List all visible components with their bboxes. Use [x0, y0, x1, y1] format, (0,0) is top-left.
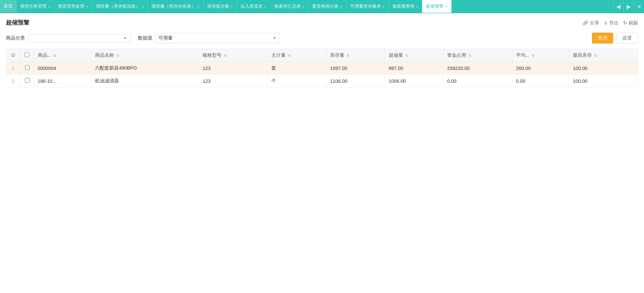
row-spec: 123 — [199, 62, 268, 75]
nav-tab-task-mgmt-close[interactable]: × — [48, 4, 50, 9]
col-max-stock-label: 最高库存 — [573, 52, 592, 58]
row-product-name: 机油滤清器 — [91, 75, 199, 88]
table-settings-gear-icon[interactable]: ⚙ — [11, 52, 15, 58]
row-overstock-qty: 1006.00 — [385, 75, 443, 88]
nav-tab-inventory-status[interactable]: 现存量（库存状况表） × — [92, 0, 148, 13]
row-overstock-qty: 997.00 — [385, 62, 443, 75]
col-stock-qty-label: 库存量 — [330, 52, 344, 58]
top-navigation: 首页 拣货任务管理 × 拣货异常处理 × 现存量（库存状况表） × 现存量（库存… — [0, 0, 644, 13]
category-filter: 商品分类 ▼ — [6, 34, 131, 42]
nav-tab-abnormal[interactable]: 拣货异常处理 × — [54, 0, 92, 13]
nav-tab-avail-account-label: 可用量库存账本 — [350, 3, 381, 10]
filter-row: 商品分类 ▼ 数据源 可用量 ▼ 查询 设置 — [6, 33, 638, 44]
nav-tab-batch-account-close[interactable]: × — [231, 4, 233, 9]
table-header-row: ⚙ 商品... ⇅ 商品名称 ⇅ 规格型号 ⇅ 主计量 — [6, 49, 638, 62]
row-stock-qty: 1106.00 — [326, 75, 385, 88]
row-checkbox-cell[interactable] — [21, 62, 34, 75]
nav-tab-collect-summary-close[interactable]: × — [302, 4, 304, 9]
action-buttons: 查询 设置 — [592, 33, 638, 44]
category-select[interactable]: ▼ — [28, 34, 131, 42]
row-checkbox[interactable] — [25, 78, 30, 83]
nav-tab-task-mgmt[interactable]: 拣货任务管理 × — [17, 0, 54, 13]
table-row: 2 186-10... 机油滤清器 123 个 1106.00 1006.00 … — [6, 75, 638, 88]
nav-tab-inventory-dist-close[interactable]: × — [197, 4, 199, 9]
nav-tab-avail-account-close[interactable]: × — [383, 4, 385, 9]
col-avg[interactable]: 平均... ⇅ — [512, 49, 569, 62]
datasource-select-value: 可用量 — [158, 35, 173, 41]
share-button[interactable]: 🔗 分享 — [582, 20, 599, 26]
nav-arrows-container: ◀ ▶ ✕ — [613, 0, 644, 13]
row-stock-qty: 1097.00 — [326, 62, 385, 75]
nav-tab-overstock[interactable]: 超储预警 × — [422, 0, 451, 13]
col-checkbox-header[interactable] — [21, 49, 34, 62]
col-stock-qty-sort-icon: ⇅ — [347, 53, 350, 58]
refresh-button[interactable]: ↻ 刷新 — [623, 20, 638, 26]
nav-tab-in-out-flow-close[interactable]: × — [264, 4, 266, 9]
nav-tab-quality-check-close[interactable]: × — [416, 4, 418, 9]
nav-tab-abnormal-label: 拣货异常处理 — [58, 3, 84, 10]
nav-tab-inventory-status-close[interactable]: × — [142, 4, 144, 9]
nav-tab-abnormal-close[interactable]: × — [86, 4, 88, 9]
page-header: 超储预警 🔗 分享 ⇓ 导出 ↻ 刷新 — [6, 19, 638, 27]
row-product-code: 0000004 — [34, 62, 91, 75]
col-capital-usage[interactable]: 资金占用 ⇅ — [443, 49, 512, 62]
nav-tab-batch-account-label: 库存批次账 — [207, 3, 229, 10]
nav-tab-order-stats[interactable]: 要货单统计表 × — [308, 0, 346, 13]
col-unit-label: 主计量 — [271, 52, 286, 58]
row-unit: 个 — [268, 75, 326, 88]
nav-tab-avail-account[interactable]: 可用量库存账本 × — [347, 0, 389, 13]
col-capital-usage-sort-icon: ⇅ — [468, 53, 471, 58]
nav-tab-batch-account[interactable]: 库存批次账 × — [204, 0, 237, 13]
category-label: 商品分类 — [6, 35, 25, 41]
nav-tab-inventory-dist[interactable]: 现存量（库存分布表） × — [148, 0, 203, 13]
nav-tab-overstock-label: 超储预警 — [426, 3, 443, 10]
row-capital-usage: 259220.00 — [443, 62, 512, 75]
row-capital-usage: 0.00 — [443, 75, 512, 88]
nav-tab-order-stats-close[interactable]: × — [340, 4, 342, 9]
col-max-stock[interactable]: 最高库存 ⇅ — [569, 49, 638, 62]
col-gear[interactable]: ⚙ — [6, 49, 21, 62]
nav-arrow-right[interactable]: ▶ — [623, 0, 634, 13]
row-product-code: 186-10... — [34, 75, 91, 88]
nav-arrow-close[interactable]: ✕ — [634, 0, 644, 13]
datasource-filter: 数据源 可用量 ▼ — [138, 33, 280, 43]
share-icon: 🔗 — [582, 20, 588, 26]
query-button[interactable]: 查询 — [592, 33, 613, 44]
select-all-checkbox[interactable] — [25, 52, 29, 57]
nav-tab-quality-check[interactable]: 保质期查询 × — [389, 0, 422, 13]
row-spec: 123 — [199, 75, 268, 88]
nav-tab-collect-summary-label: 收发存汇总表 — [274, 3, 301, 10]
col-product-name-sort-icon: ⇅ — [116, 53, 119, 58]
col-product-code-sort-icon: ⇅ — [53, 53, 56, 58]
table-row: 1 0000004 六配套新昌490BPG 123 套 1097.00 997.… — [6, 62, 638, 75]
export-button[interactable]: ⇓ 导出 — [604, 20, 619, 26]
nav-arrow-left[interactable]: ◀ — [613, 0, 623, 13]
col-product-code[interactable]: 商品... ⇅ — [34, 49, 91, 62]
nav-tab-inventory-dist-label: 现存量（库存分布表） — [151, 3, 195, 10]
col-product-name[interactable]: 商品名称 ⇅ — [91, 49, 199, 62]
col-overstock-qty-sort-icon: ⇅ — [405, 53, 408, 58]
col-product-name-label: 商品名称 — [95, 52, 114, 58]
nav-tab-home[interactable]: 首页 — [0, 0, 17, 13]
row-checkbox[interactable] — [25, 65, 30, 70]
nav-tab-quality-check-label: 保质期查询 — [392, 3, 414, 10]
col-stock-qty[interactable]: 库存量 ⇅ — [326, 49, 385, 62]
col-overstock-qty-label: 超储量 — [389, 52, 403, 58]
row-checkbox-cell[interactable] — [21, 75, 34, 88]
row-unit: 套 — [268, 62, 326, 75]
nav-tab-order-stats-label: 要货单统计表 — [312, 3, 339, 10]
nav-tab-collect-summary[interactable]: 收发存汇总表 × — [271, 0, 308, 13]
page-title: 超储预警 — [6, 19, 29, 27]
datasource-select[interactable]: 可用量 ▼ — [155, 33, 280, 43]
nav-tab-home-label: 首页 — [4, 3, 12, 10]
nav-tab-in-out-flow[interactable]: 出入库流水 × — [237, 0, 270, 13]
col-overstock-qty[interactable]: 超储量 ⇅ — [385, 49, 443, 62]
col-spec[interactable]: 规格型号 ⇅ — [199, 49, 268, 62]
col-unit[interactable]: 主计量 ⇅ — [268, 49, 326, 62]
nav-tab-overstock-close[interactable]: × — [445, 4, 447, 9]
settings-button[interactable]: 设置 — [616, 33, 638, 44]
row-max-stock: 100.00 — [569, 75, 638, 88]
col-spec-sort-icon: ⇅ — [224, 53, 227, 58]
col-capital-usage-label: 资金占用 — [447, 52, 466, 58]
col-avg-label: 平均... — [516, 52, 530, 58]
